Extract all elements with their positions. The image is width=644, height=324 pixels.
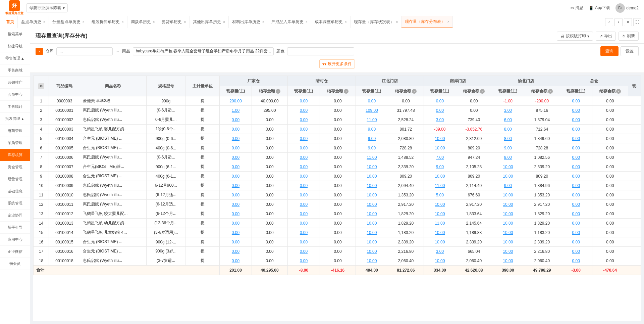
sidebar-item-member2[interactable]: 畅会员 xyxy=(0,258,30,270)
info-icon[interactable]: i xyxy=(480,89,485,94)
col-lc-qty: 0.00 xyxy=(287,125,320,134)
col-xian xyxy=(628,209,641,219)
username: demo2 xyxy=(626,6,639,10)
print-btn[interactable]: 🖨 按模版打印 ▾ xyxy=(557,32,593,41)
tab-transfer[interactable]: 调拨单历史× xyxy=(127,16,159,28)
col-na-amt: 0.00 xyxy=(456,96,492,106)
settings-btn[interactable]: 设置 xyxy=(621,46,639,56)
tab-stock-status[interactable]: 现存量（库存状况表）× xyxy=(351,16,402,28)
sidebar-item-ecommerce[interactable]: 电商管理 xyxy=(0,125,30,137)
col-code: 00100005 xyxy=(49,143,80,153)
th-yubei-store: 渝北门店 xyxy=(492,76,560,86)
sidebar-item-collab[interactable]: 企业协同 xyxy=(0,210,30,222)
col-spec: 900g (3岁... xyxy=(147,247,185,256)
close-icon[interactable]: × xyxy=(184,20,186,24)
col-jb-qty: 9.00 xyxy=(356,143,388,153)
sidebar-item-nav[interactable]: 快捷导航 xyxy=(0,40,30,52)
th-xian: 现 xyxy=(628,76,641,96)
tab-expand[interactable]: ⛶ xyxy=(633,18,641,26)
info-icon[interactable]: i xyxy=(276,89,280,94)
col-code: 00100013 xyxy=(49,219,80,228)
sidebar-item-wholesale[interactable]: 批发管理▲ xyxy=(0,113,30,125)
sidebar-item-search[interactable]: 搜索英单 xyxy=(0,28,30,40)
sidebar-item-mall[interactable]: 零售商城 xyxy=(0,64,30,77)
settings-icon[interactable]: ⚙ xyxy=(38,83,44,89)
sidebar-item-wechat[interactable]: 企业微信 xyxy=(0,246,30,258)
close-icon[interactable]: × xyxy=(223,20,225,24)
refresh-btn[interactable]: ↻ 刷新 xyxy=(619,32,639,41)
close-icon[interactable]: × xyxy=(262,20,264,24)
query-btn[interactable]: 查询 xyxy=(600,46,619,56)
info-icon[interactable]: i xyxy=(344,89,348,94)
sidebar-item-guide[interactable]: 新手引导 xyxy=(0,222,30,234)
table-container[interactable]: ⚙ 商品编码 商品名称 规格型号 主计量单位 厂家仓 陆村仓 江北门店 南岸门店… xyxy=(33,76,641,321)
info-icon[interactable]: i xyxy=(412,89,417,94)
expand-conditions-btn[interactable]: ▾▾ 展开更多条件 xyxy=(319,59,355,68)
warehouse-input[interactable] xyxy=(56,47,113,55)
close-icon[interactable]: × xyxy=(306,20,308,24)
sidebar-item-apps[interactable]: 应用中心 xyxy=(0,234,30,246)
sidebar-item-operations[interactable]: 经营管理 xyxy=(0,173,30,185)
message-btn[interactable]: ✉ 消息 xyxy=(571,5,583,11)
sidebar-item-system[interactable]: 系统管理 xyxy=(0,197,30,210)
table-row: 8 00100007 合生元(BIOSTIME)派... 900g (6-1..… xyxy=(34,162,641,172)
warehouse-more-btn[interactable]: ··· xyxy=(115,49,119,54)
close-icon[interactable]: × xyxy=(396,20,398,24)
goods-input[interactable] xyxy=(133,47,274,55)
user-menu[interactable]: Ea demo2 xyxy=(615,3,639,13)
th-settings[interactable]: ⚙ xyxy=(34,76,49,96)
industry-selector[interactable]: 母婴行业演示陈套 ▾ xyxy=(26,3,68,12)
col-zc-qty: 0.00 xyxy=(560,200,592,209)
color-input[interactable] xyxy=(287,47,354,55)
total-yb-amt: 49,798.29 xyxy=(524,266,560,275)
sidebar-item-retail-stats[interactable]: 零售统计 xyxy=(0,101,30,113)
col-lc-qty: 0.00 xyxy=(287,247,320,256)
tab-material-out[interactable]: 材料出库单历史× xyxy=(229,16,268,28)
sidebar-item-finance[interactable]: 资金管理 xyxy=(0,161,30,173)
app-download-btn[interactable]: 📱 App下载 xyxy=(589,5,610,11)
tab-scroll-right[interactable]: › xyxy=(614,18,623,26)
tab-close-all[interactable]: × xyxy=(624,18,632,26)
tab-scroll-left[interactable]: ‹ xyxy=(605,18,613,26)
close-icon[interactable]: × xyxy=(43,20,45,24)
tab-requisition[interactable]: 要货单历史× xyxy=(158,16,190,28)
col-lc-qty: 0.00 xyxy=(287,200,320,209)
tab-stock-dist[interactable]: 现存量（库存分布表）× xyxy=(401,16,453,28)
col-yb-amt: 1,183.20 xyxy=(524,228,560,237)
tab-other-out[interactable]: 其他出库单历史× xyxy=(190,16,229,28)
th-jb-amt: 结存金额i xyxy=(388,86,424,96)
close-icon[interactable]: × xyxy=(447,20,449,24)
sidebar-item-purchase[interactable]: 采购管理 xyxy=(0,137,30,149)
sidebar-item-basics[interactable]: 基础信息 xyxy=(0,185,30,197)
tab-cost-adjust[interactable]: 成本调整单历史× xyxy=(311,16,351,28)
close-icon[interactable]: × xyxy=(122,20,124,24)
col-yb-amt: 2,060.40 xyxy=(524,256,560,266)
tab-assembly[interactable]: 组装拆卸单历史× xyxy=(88,16,127,28)
tab-product-in[interactable]: 产成品入库单历史× xyxy=(268,16,311,28)
sidebar-item-inventory[interactable]: 库存核算 xyxy=(0,149,30,161)
info-icon[interactable]: i xyxy=(548,89,553,94)
col-name: 合生元 (BIOSTIME) ... xyxy=(80,134,146,143)
col-spec: 900g (0-6... xyxy=(147,134,185,143)
close-icon[interactable]: × xyxy=(153,20,155,24)
logo-area: 好 畅捷通好生意 xyxy=(5,0,23,15)
col-spec: (0-6月适... xyxy=(147,153,185,162)
export-btn[interactable]: ↗ 导出 xyxy=(596,32,616,41)
col-zc-qty: 0.00 xyxy=(560,256,592,266)
tab-home[interactable]: 首页 xyxy=(3,16,18,28)
info-icon[interactable]: i xyxy=(616,89,621,94)
sidebar-item-member[interactable]: 会员中心 xyxy=(0,89,30,101)
tab-partial-count[interactable]: 分量盘点单历史× xyxy=(49,16,88,28)
sidebar-item-retail[interactable]: 零售管理▲ xyxy=(0,52,30,64)
col-zc-qty: 0.00 xyxy=(560,228,592,237)
filter-collapse-btn[interactable]: › xyxy=(36,48,43,55)
tab-inventory-count[interactable]: 盘点单历史× xyxy=(18,16,49,28)
col-spec: 400g (0-6... xyxy=(147,143,185,153)
sidebar-item-marketing[interactable]: 营销推广 xyxy=(0,77,30,89)
th-nanan-store: 南岸门店 xyxy=(424,76,492,86)
close-icon[interactable]: × xyxy=(83,20,85,24)
col-zc-amt: 0.00 xyxy=(592,247,628,256)
close-icon[interactable]: × xyxy=(345,20,347,24)
total-lc-qty: -8.00 xyxy=(287,266,320,275)
col-cy-amt: 0.00 xyxy=(252,228,288,237)
